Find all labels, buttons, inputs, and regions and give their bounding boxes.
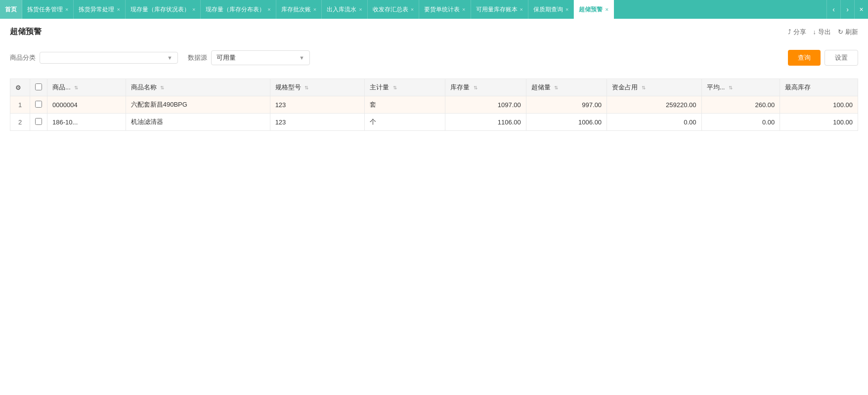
row-product-name: 六配套新昌490BPG <box>126 96 270 114</box>
table-row[interactable]: 2 186-10... 机油滤清器 123 个 1106.00 1006.00 … <box>10 114 858 131</box>
nav-tab-overstock-label: 超储预警 <box>579 5 603 14</box>
header-actions: ⤴ 分享 ↓ 导出 ↻ 刷新 <box>788 28 859 37</box>
row-index: 2 <box>10 114 30 131</box>
table-header-row: ⚙ 商品... ⇅ 商品名称 ⇅ 规格型号 ⇅ 主计量 ⇅ <box>10 79 858 96</box>
share-icon: ⤴ <box>788 28 791 36</box>
nav-tab-stock-status-label: 现存量（库存状况表） <box>130 5 190 14</box>
nav-tab-batch-label: 库存批次账 <box>281 5 311 14</box>
settings-button[interactable]: 设置 <box>825 50 858 66</box>
table-row[interactable]: 1 0000004 六配套新昌490BPG 123 套 1097.00 997.… <box>10 96 858 114</box>
nav-tab-available-acct[interactable]: 可用量库存账本 × <box>471 0 528 19</box>
close-collect-icon[interactable]: × <box>411 6 414 12</box>
sort-overstock-icon: ⇅ <box>554 85 558 90</box>
nav-tab-home[interactable]: 首页 <box>0 0 22 19</box>
nav-tab-batch[interactable]: 库存批次账 × <box>276 0 322 19</box>
category-label: 商品分类 <box>10 53 36 62</box>
row-product-name: 机油滤清器 <box>126 114 270 131</box>
row-stock: 1097.00 <box>445 96 526 114</box>
export-button[interactable]: ↓ 导出 <box>813 28 831 37</box>
table-header-avg[interactable]: 平均... ⇅ <box>701 79 780 96</box>
row-capital: 259220.00 <box>607 96 701 114</box>
category-select-arrow-icon: ▼ <box>167 55 173 61</box>
export-icon: ↓ <box>813 28 817 36</box>
row-max-stock: 100.00 <box>780 96 858 114</box>
refresh-label: 刷新 <box>845 28 858 37</box>
nav-next-button[interactable]: › <box>840 0 854 19</box>
row-stock: 1106.00 <box>445 114 526 131</box>
nav-tab-stock-status[interactable]: 现存量（库存状况表） × <box>126 0 201 19</box>
sort-capital-icon: ⇅ <box>642 85 646 90</box>
nav-tab-stock-dist[interactable]: 现存量（库存分布表） × <box>201 0 276 19</box>
refresh-button[interactable]: ↻ 刷新 <box>838 28 858 37</box>
share-button[interactable]: ⤴ 分享 <box>788 28 806 37</box>
sort-spec-icon: ⇅ <box>304 85 308 90</box>
table-header-overstock[interactable]: 超储量 ⇅ <box>526 79 607 96</box>
close-abnormal-icon[interactable]: × <box>117 6 120 12</box>
table-header-spec[interactable]: 规格型号 ⇅ <box>270 79 364 96</box>
row-spec: 123 <box>270 96 364 114</box>
select-all-checkbox[interactable] <box>35 83 42 90</box>
row-product-code: 0000004 <box>47 96 126 114</box>
row-spec: 123 <box>270 114 364 131</box>
table-header-product-code[interactable]: 商品... ⇅ <box>47 79 126 96</box>
row-checkbox[interactable] <box>35 101 42 108</box>
datasource-select-arrow-icon: ▼ <box>299 55 304 61</box>
table-header-capital[interactable]: 资金占用 ⇅ <box>607 79 701 96</box>
table-header-checkbox[interactable] <box>30 79 47 96</box>
close-task-mgmt-icon[interactable]: × <box>65 6 68 12</box>
close-batch-icon[interactable]: × <box>313 6 316 12</box>
nav-tab-order-stats-label: 要货单统计表 <box>424 5 460 14</box>
refresh-icon: ↻ <box>838 28 843 36</box>
nav-tab-home-label: 首页 <box>5 5 17 14</box>
nav-prev-button[interactable]: ‹ <box>826 0 840 19</box>
close-order-stats-icon[interactable]: × <box>462 6 465 12</box>
table-settings-icon[interactable]: ⚙ <box>10 79 30 96</box>
close-available-acct-icon[interactable]: × <box>520 6 523 12</box>
close-stock-status-icon[interactable]: × <box>192 6 195 12</box>
nav-tab-inout[interactable]: 出入库流水 × <box>322 0 367 19</box>
close-inout-icon[interactable]: × <box>359 6 362 12</box>
row-checkbox[interactable] <box>35 118 42 125</box>
nav-tab-inout-label: 出入库流水 <box>327 5 356 14</box>
row-unit: 个 <box>365 114 445 131</box>
nav-tab-abnormal-label: 拣货异常处理 <box>79 5 114 14</box>
sort-unit-icon: ⇅ <box>393 85 397 90</box>
nav-tab-task-mgmt[interactable]: 拣货任务管理 × <box>22 0 74 19</box>
table-header-product-name[interactable]: 商品名称 ⇅ <box>126 79 270 96</box>
nav-close-button[interactable]: × <box>854 0 868 19</box>
data-table: ⚙ 商品... ⇅ 商品名称 ⇅ 规格型号 ⇅ 主计量 ⇅ <box>10 79 858 131</box>
share-label: 分享 <box>793 28 806 37</box>
page-title: 超储预警 <box>10 27 42 37</box>
datasource-label: 数据源 <box>188 53 207 62</box>
datasource-select[interactable]: 可用量 ▼ <box>211 50 310 65</box>
row-unit: 套 <box>365 96 445 114</box>
close-overstock-icon[interactable]: × <box>605 6 608 12</box>
nav-arrows: ‹ › × <box>826 0 868 19</box>
export-label: 导出 <box>818 28 831 37</box>
top-navigation: 首页 拣货任务管理 × 拣货异常处理 × 现存量（库存状况表） × 现存量（库存… <box>0 0 868 19</box>
table-header-max-stock[interactable]: 最高库存 <box>780 79 858 96</box>
row-checkbox-cell[interactable] <box>30 114 47 131</box>
row-product-code: 186-10... <box>47 114 126 131</box>
sort-stock-icon: ⇅ <box>474 85 477 90</box>
sort-avg-icon: ⇅ <box>729 85 733 90</box>
nav-tab-order-stats[interactable]: 要货单统计表 × <box>419 0 471 19</box>
row-capital: 0.00 <box>607 114 701 131</box>
close-quality-icon[interactable]: × <box>565 6 568 12</box>
nav-tab-abnormal[interactable]: 拣货异常处理 × <box>74 0 125 19</box>
datasource-select-value: 可用量 <box>217 53 236 62</box>
category-filter-item: 商品分类 ▼ <box>10 52 178 64</box>
nav-tab-quality[interactable]: 保质期查询 × <box>528 0 574 19</box>
table-header-unit[interactable]: 主计量 ⇅ <box>365 79 445 96</box>
row-index: 1 <box>10 96 30 114</box>
row-max-stock: 100.00 <box>780 114 858 131</box>
nav-tab-collect[interactable]: 收发存汇总表 × <box>368 0 419 19</box>
category-select[interactable]: ▼ <box>40 52 178 64</box>
query-button[interactable]: 查询 <box>788 50 821 66</box>
close-stock-dist-icon[interactable]: × <box>267 6 270 12</box>
nav-tab-overstock[interactable]: 超储预警 × <box>574 0 613 19</box>
sort-product-code-icon: ⇅ <box>74 85 78 90</box>
row-checkbox-cell[interactable] <box>30 96 47 114</box>
table-header-stock[interactable]: 库存量 ⇅ <box>445 79 526 96</box>
nav-tab-stock-dist-label: 现存量（库存分布表） <box>206 5 265 14</box>
